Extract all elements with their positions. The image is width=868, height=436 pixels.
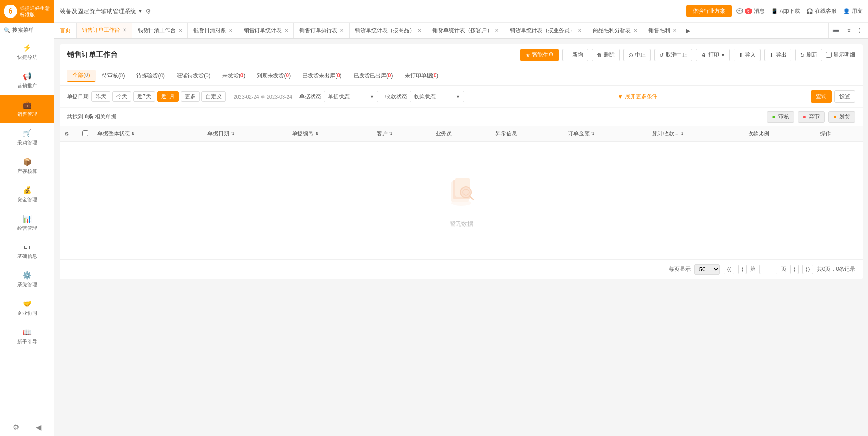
show-detail-label[interactable]: 显示明细 <box>826 51 855 59</box>
query-btn[interactable]: 查询 <box>811 90 832 103</box>
import-btn[interactable]: ⬆ 导入 <box>734 49 761 61</box>
tab-gross-profit[interactable]: 商品毛利分析表 ✕ <box>587 23 643 39</box>
date-last7[interactable]: 近7天 <box>133 91 155 102</box>
page-number-input[interactable]: 1 <box>759 265 777 274</box>
tab-cargo-stat-staff[interactable]: 销货单统计表（按业务员） ✕ <box>504 23 587 39</box>
topbar-gear-icon[interactable]: ⚙ <box>145 8 151 15</box>
date-yesterday[interactable]: 昨天 <box>91 91 110 102</box>
col-collected[interactable]: 累计收款... ⇅ <box>648 126 743 142</box>
tab-sales-stat[interactable]: 销售订单统计表 ✕ <box>238 23 294 39</box>
tab-home[interactable]: 首页 <box>54 23 77 39</box>
tab-expand-btn[interactable]: ⛶ <box>855 23 868 39</box>
subtab-not-shipped[interactable]: 未发货(0) <box>217 70 251 81</box>
tab-cash-reconcile[interactable]: 钱货日清对账 ✕ <box>188 23 238 39</box>
delete-btn[interactable]: 🗑 删除 <box>592 49 620 61</box>
tab-sales-workbench[interactable]: 销售订单工作台 ✕ <box>77 23 132 39</box>
tab-close-sales-exec[interactable]: ✕ <box>340 28 344 33</box>
online-service-btn[interactable]: 🎧 在线客服 <box>806 7 837 15</box>
system-title-dropdown[interactable]: 装备及固定资产辅助管理系统 ▼ <box>60 7 143 15</box>
date-today[interactable]: 今天 <box>112 91 131 102</box>
app-download-btn[interactable]: 📱 App下载 <box>771 7 800 15</box>
date-more[interactable]: 更多 <box>181 91 200 102</box>
cancel-review-btn[interactable]: ● 弃审 <box>798 111 825 123</box>
tab-cash-daily[interactable]: 钱货日清工作台 ✕ <box>132 23 188 39</box>
tab-sales-exec[interactable]: 销售订单执行表 ✕ <box>294 23 350 39</box>
sidebar-item-sales[interactable]: 💼 销售管理 <box>0 95 54 123</box>
headset-icon: 🎧 <box>806 8 813 14</box>
col-customer[interactable]: 客户 ⇅ <box>372 126 431 142</box>
expand-more-btn[interactable]: ▼ 展开更多条件 <box>618 93 657 100</box>
page-first-btn[interactable]: ⟨⟨ <box>724 265 734 274</box>
sidebar-item-finance[interactable]: 💰 资金管理 <box>0 180 54 209</box>
date-options: 昨天 今天 近7天 近1月 更多 自定义 <box>91 91 226 102</box>
subtab-pending-review[interactable]: 待审核(0) <box>96 70 130 81</box>
tab-close-cargo-customer[interactable]: ✕ <box>495 28 499 33</box>
tab-close-gross-profit[interactable]: ✕ <box>633 28 637 33</box>
sidebar-item-guide[interactable]: 📖 新手引导 <box>0 322 54 351</box>
tab-minus-btn[interactable]: ➖ <box>828 23 843 39</box>
new-btn[interactable]: + 新增 <box>562 49 588 61</box>
tab-close-cargo-product[interactable]: ✕ <box>417 28 421 33</box>
tab-close-sales-stat[interactable]: ✕ <box>284 28 288 33</box>
date-last1m[interactable]: 近1月 <box>157 91 179 102</box>
show-detail-checkbox[interactable] <box>826 52 832 58</box>
cancel-stop-btn[interactable]: ↺ 取消中止 <box>654 49 692 61</box>
sidebar-item-enterprise[interactable]: 🤝 企业协同 <box>0 294 54 322</box>
settings-icon[interactable]: ⚙ <box>13 423 19 431</box>
sidebar-item-system[interactable]: ⚙️ 系统管理 <box>0 265 54 294</box>
export-btn[interactable]: ⬇ 导出 <box>764 49 791 61</box>
subtab-shipped-not-out[interactable]: 已发货未出库(0) <box>297 70 347 81</box>
smart-create-btn[interactable]: ★ 智能生单 <box>520 49 559 61</box>
tab-sales-gross[interactable]: 销售毛利 ✕ <box>643 23 682 39</box>
collapse-icon[interactable]: ◀ <box>36 423 41 431</box>
col-status[interactable]: 单据整体状态 ⇅ <box>93 126 203 142</box>
tab-more-btn[interactable]: ▶ <box>682 28 694 34</box>
tab-close-cargo-staff[interactable]: ✕ <box>578 28 581 33</box>
subtab-overdue-unshipped[interactable]: 到期未发货(0) <box>251 70 296 81</box>
tab-close-all-btn[interactable]: ✕ <box>843 23 855 39</box>
subtab-wangpu[interactable]: 旺铺待发货(0) <box>171 70 216 81</box>
stop-btn[interactable]: ⊙ 中止 <box>623 49 651 61</box>
page-next-btn[interactable]: ⟩ <box>790 265 799 274</box>
date-custom[interactable]: 自定义 <box>201 91 226 102</box>
tab-cargo-stat-product[interactable]: 销货单统计表（按商品） ✕ <box>350 23 427 39</box>
ship-btn[interactable]: ● 发货 <box>828 111 855 123</box>
tab-close-cash-daily[interactable]: ✕ <box>178 28 182 33</box>
trial-btn[interactable]: 体验行业方案 <box>686 5 732 17</box>
sidebar-item-inventory[interactable]: 📦 库存核算 <box>0 152 54 180</box>
subtab-pending-inspect[interactable]: 待拣验货(0) <box>131 70 170 81</box>
page-size-select[interactable]: 50 20 100 <box>694 264 720 275</box>
col-amount[interactable]: 订单金额 ⇅ <box>563 126 648 142</box>
sidebar-item-operations[interactable]: 📊 经营管理 <box>0 209 54 237</box>
print-icon: 🖨 <box>701 52 706 58</box>
search-menu[interactable]: 🔍 搜索菜单 <box>0 23 54 38</box>
page-prev-btn[interactable]: ⟨ <box>738 265 747 274</box>
payment-select[interactable]: 收款状态 ▼ <box>410 91 464 102</box>
review-btn[interactable]: ● 审核 <box>767 111 794 123</box>
tab-close-sales-gross[interactable]: ✕ <box>673 28 676 33</box>
user-btn[interactable]: 👤 用友 <box>843 7 863 15</box>
status-select[interactable]: 单据状态 ▼ <box>324 91 378 102</box>
sidebar-item-quick-nav[interactable]: ⚡ 快捷导航 <box>0 38 54 66</box>
page-last-btn[interactable]: ⟩⟩ <box>802 265 813 274</box>
sidebar-item-base-info[interactable]: 🗂 基础信息 <box>0 237 54 265</box>
tab-close-sales-workbench[interactable]: ✕ <box>123 28 126 33</box>
col-checkbox[interactable] <box>78 126 93 142</box>
topbar-right: 💬 6 消息 📱 App下载 🎧 在线客服 👤 用友 <box>736 7 863 15</box>
subtab-all[interactable]: 全部(0) <box>67 70 96 82</box>
filter-settings-btn[interactable]: 设置 <box>834 90 855 103</box>
sidebar-item-purchase[interactable]: 🛒 采购管理 <box>0 123 54 152</box>
subtab-not-printed[interactable]: 未打印单据(0) <box>399 70 444 81</box>
col-date[interactable]: 单据日期 ⇅ <box>203 126 288 142</box>
tab-close-cash-reconcile[interactable]: ✕ <box>229 28 232 33</box>
refresh-btn[interactable]: ↻ 刷新 <box>795 49 822 61</box>
col-number[interactable]: 单据编号 ⇅ <box>288 126 372 142</box>
col-settings[interactable]: ⚙ <box>60 126 78 142</box>
select-all-checkbox[interactable] <box>82 130 88 136</box>
print-btn[interactable]: 🖨 打印 ▼ <box>696 49 730 61</box>
subtab-shipped-out[interactable]: 已发货已出库(0) <box>348 70 398 81</box>
sidebar-item-marketing[interactable]: 📢 营销推广 <box>0 66 54 95</box>
message-btn[interactable]: 💬 6 消息 <box>736 7 765 15</box>
sort-icon-date: ⇅ <box>231 132 235 136</box>
tab-cargo-stat-customer[interactable]: 销货单统计表（按客户） ✕ <box>427 23 504 39</box>
